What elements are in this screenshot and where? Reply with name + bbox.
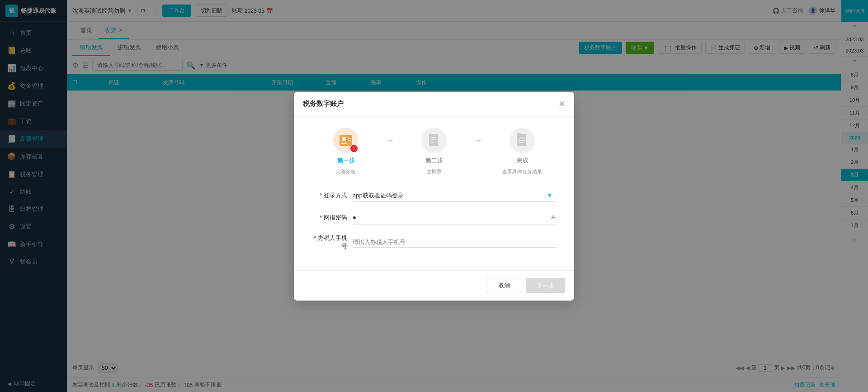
toggle-password-icon[interactable]: 👁	[550, 214, 556, 221]
dialog-title: 税务数字账户	[303, 100, 344, 108]
step-1-label: 第一步	[337, 157, 355, 165]
step-1-sub: 完善账密	[336, 168, 356, 175]
modal-overlay: 税务数字账户 ✕ !	[0, 0, 868, 392]
svg-rect-2	[341, 143, 347, 144]
cancel-btn[interactable]: 取消	[487, 278, 521, 293]
tax-digital-dialog: 税务数字账户 ✕ !	[294, 92, 574, 301]
step-2-icon	[421, 128, 447, 153]
arrow-1: →	[380, 128, 400, 145]
login-method-value: app获取验证码登录	[353, 191, 544, 200]
next-btn[interactable]: 下一步	[526, 278, 565, 293]
document-svg	[426, 133, 442, 148]
dialog-body: ! 第一步 完善账密 →	[294, 117, 574, 270]
arrow-2: →	[468, 128, 488, 145]
step-1: ! 第一步 完善账密	[312, 128, 380, 175]
login-method-select[interactable]: app获取验证码登录 ▼	[353, 190, 556, 202]
step-3-sub: 查看具体任务结果	[502, 168, 542, 175]
step-3-icon	[509, 128, 535, 153]
phone-row: * 办税人手机号	[312, 234, 556, 250]
phone-input[interactable]	[353, 237, 556, 248]
svg-rect-8	[431, 142, 434, 143]
svg-rect-7	[431, 139, 436, 140]
step-1-icon: !	[333, 128, 359, 153]
steps-container: ! 第一步 完善账密 →	[312, 128, 556, 175]
password-dots: •	[353, 213, 550, 223]
dialog-close-btn[interactable]: ✕	[558, 99, 565, 109]
dialog-footer: 取消 下一步	[294, 270, 574, 301]
step-2-label: 第二步	[425, 157, 443, 165]
step-3-label: 完成	[516, 157, 528, 165]
svg-rect-3	[348, 138, 351, 139]
phone-label: * 办税人手机号	[312, 234, 353, 250]
password-field-container: • 👁	[353, 211, 556, 225]
svg-rect-13	[517, 133, 521, 135]
step-3: 完成 查看具体任务结果	[488, 128, 556, 175]
svg-rect-6	[431, 137, 436, 138]
password-row: * 网报密码 • 👁	[312, 211, 556, 225]
login-method-row: * 登录方式 app获取验证码登录 ▼	[312, 190, 556, 202]
login-method-arrow-icon: ▼	[547, 192, 552, 199]
password-label: * 网报密码	[312, 214, 353, 222]
svg-rect-4	[348, 140, 351, 141]
dialog-header: 税务数字账户 ✕	[294, 92, 574, 117]
svg-point-1	[342, 137, 346, 141]
checklist-svg	[514, 133, 530, 148]
step-1-error-badge: !	[350, 145, 358, 152]
step-2-sub: 去取票	[427, 168, 442, 175]
step-2: 第二步 去取票	[400, 128, 468, 175]
login-method-label: * 登录方式	[312, 191, 353, 200]
